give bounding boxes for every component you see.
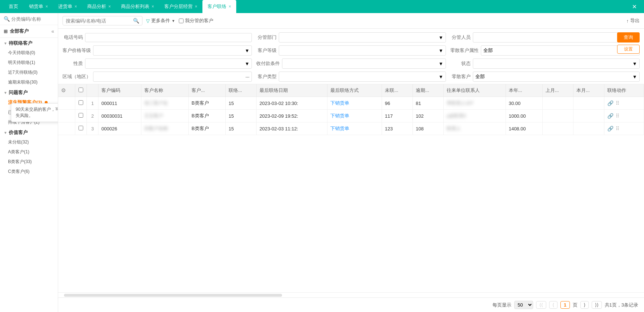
- scatter-attr-select[interactable]: 全部 ▼: [481, 45, 640, 56]
- region-label: 区域（地区）: [63, 73, 91, 80]
- row1-checkbox[interactable]: [79, 100, 83, 105]
- window-close-button[interactable]: ✕: [628, 3, 641, 10]
- sidebar-collapse-icon[interactable]: «: [51, 28, 54, 34]
- row1-action-more-icon[interactable]: ⠿: [616, 100, 619, 106]
- row2-last-way[interactable]: 下销货单: [327, 110, 382, 122]
- row1-last-way-link[interactable]: 下销货单: [330, 100, 349, 106]
- row3-check[interactable]: [75, 122, 87, 135]
- row2-last-way-link[interactable]: 下销货单: [330, 113, 349, 118]
- close-tab-tier-icon[interactable]: ×: [195, 4, 197, 9]
- close-tab-contact-icon[interactable]: ×: [229, 4, 231, 9]
- row1-check[interactable]: [75, 97, 87, 110]
- page-first-btn[interactable]: ⟨⟨: [536, 301, 546, 309]
- row2-check[interactable]: [75, 110, 87, 122]
- col-this-month: 本月...: [573, 84, 604, 97]
- tab-customer-contact[interactable]: 客户联络 ×: [202, 0, 236, 13]
- my-customers-checkbox[interactable]: [179, 19, 184, 23]
- sidebar-item-tomorrow[interactable]: 明天待联络(1): [0, 58, 58, 68]
- sidebar-item-7days[interactable]: 近7天待联络(0): [0, 68, 58, 77]
- page-last-btn[interactable]: ⟩⟩: [592, 301, 602, 309]
- row3-action: 🔗 ⠿: [604, 122, 644, 135]
- filter-bar: 🔍 ▽ 更多条件 ▼ 我分管的客户 ↑ 导出: [58, 13, 644, 29]
- row3-unit-contact: 联系人: [444, 122, 506, 135]
- sidebar-item-class-c[interactable]: C类客户(6): [0, 167, 58, 177]
- payment-select[interactable]: ▼: [282, 58, 446, 69]
- scatter-customer-select[interactable]: 全部 ▼: [473, 72, 640, 82]
- price-grade-select[interactable]: ▼: [93, 45, 252, 56]
- col-this-year: 本年...: [506, 84, 542, 97]
- my-customers-check[interactable]: 我分管的客户: [179, 17, 213, 24]
- sidebar-section-pending[interactable]: ▼ 待联络客户: [0, 38, 58, 48]
- phone-input[interactable]: [85, 33, 252, 42]
- customer-type-label: 客户类型: [256, 73, 277, 80]
- row2-unit-contact: y赵联系3: [444, 110, 506, 122]
- sidebar-item-overdue[interactable]: 逾期未联络(30): [0, 77, 58, 87]
- tab-sales-order[interactable]: 销货单 ×: [24, 0, 53, 13]
- sidebar-section-problem[interactable]: ▼ 问题客户: [0, 87, 58, 97]
- tab-product-analysis-list[interactable]: 商品分析列表 ×: [116, 0, 159, 13]
- manager-select[interactable]: ···: [473, 32, 640, 42]
- row3-action-link-icon[interactable]: 🔗: [607, 126, 613, 131]
- tab-product-analysis[interactable]: 商品分析 ×: [82, 0, 116, 13]
- filter-search-input[interactable]: [66, 18, 133, 24]
- filter-search-icon[interactable]: 🔍: [133, 18, 139, 24]
- table-row: 3 000026 刘客户名称 B类客户 15 2023-02-03 11:12:…: [58, 122, 644, 135]
- nature-select[interactable]: ▼: [85, 58, 252, 69]
- sidebar-section-value[interactable]: ▼ 价值客户: [0, 127, 58, 137]
- sidebar-item-today[interactable]: 今天待联络(0): [0, 48, 58, 58]
- tab-purchase-order[interactable]: 进货单 ×: [53, 0, 82, 13]
- dept-select[interactable]: ▼: [279, 32, 446, 42]
- page-prev-btn[interactable]: ⟨: [549, 301, 558, 309]
- tab-home[interactable]: 首页: [3, 3, 24, 10]
- page-total-label: 页: [573, 302, 577, 308]
- row3-action-more-icon[interactable]: ⠿: [616, 126, 619, 131]
- sidebar-item-class-b[interactable]: B类客户(33): [0, 157, 58, 167]
- row2-this-year: 1000.00: [506, 110, 542, 122]
- per-page-select[interactable]: 50 100 200: [514, 301, 533, 309]
- content-area: 🔍 ▽ 更多条件 ▼ 我分管的客户 ↑ 导出 电话号码: [58, 13, 644, 312]
- customer-grade-select[interactable]: ▼: [279, 45, 446, 56]
- export-button[interactable]: ↑ 导出: [627, 17, 640, 24]
- sidebar-item-ungrouped[interactable]: 未分组(32): [0, 137, 58, 147]
- row2-contact: 15: [226, 110, 257, 122]
- close-tab-analysis-icon[interactable]: ×: [108, 4, 111, 9]
- col-contact: 联络...: [226, 84, 257, 97]
- col-checkbox[interactable]: [75, 84, 87, 97]
- row1-this-year: 30.00: [506, 97, 542, 110]
- horizontal-scrollbar[interactable]: [64, 294, 282, 297]
- close-tab-analysis-list-icon[interactable]: ×: [152, 4, 154, 9]
- row2-action-link-icon[interactable]: 🔗: [607, 113, 613, 119]
- filter-more-btn[interactable]: ▽ 更多条件 ▼: [146, 17, 175, 24]
- payment-label: 收付款条件: [256, 60, 280, 67]
- scatter-customer-chevron-icon: ▼: [632, 74, 637, 80]
- tab-customer-tier[interactable]: 客户分层经营 ×: [159, 0, 202, 13]
- row3-last-way-link[interactable]: 下销货单: [330, 126, 349, 131]
- row3-last-way[interactable]: 下销货单: [327, 122, 382, 135]
- row1-action-link-icon[interactable]: 🔗: [607, 100, 613, 106]
- table-gear-icon[interactable]: ⚙: [61, 87, 66, 93]
- close-tab-sales-icon[interactable]: ×: [45, 4, 48, 9]
- row2-checkbox[interactable]: [79, 113, 83, 118]
- col-last-month: 上月...: [542, 84, 573, 97]
- customer-table: ⚙ 客户编码 客户名称 客户... 联络... 最后联络日期 最后联络方式 未联…: [58, 84, 644, 135]
- region-select[interactable]: ···: [93, 72, 252, 82]
- row2-last-date: 2023-02-09 19:52:: [257, 110, 327, 122]
- status-select[interactable]: ▼: [473, 58, 640, 69]
- query-button[interactable]: 查询: [617, 32, 640, 42]
- sidebar-item-class-a[interactable]: A类客户(1): [0, 147, 58, 157]
- customer-table-container: ⚙ 客户编码 客户名称 客户... 联络... 最后联络日期 最后联络方式 未联…: [58, 84, 644, 292]
- select-all-checkbox[interactable]: [79, 88, 83, 92]
- customer-type-select[interactable]: ▼: [279, 72, 446, 82]
- row3-type: B类客户: [188, 122, 225, 135]
- row2-action-more-icon[interactable]: ⠿: [616, 113, 619, 119]
- row1-last-way[interactable]: 下销货单: [327, 97, 382, 110]
- sidebar-search-input[interactable]: [11, 16, 58, 22]
- col-gear[interactable]: ⚙: [58, 84, 75, 97]
- table-row: 2 00030031 王五客户 B类客户 15 2023-02-09 19:52…: [58, 110, 644, 122]
- sidebar-all-customers[interactable]: ⊞ 全部客户 «: [0, 25, 58, 38]
- row3-gear: [58, 122, 75, 135]
- settings-button[interactable]: 设置: [617, 45, 640, 54]
- row3-checkbox[interactable]: [79, 126, 83, 130]
- close-tab-purchase-icon[interactable]: ×: [75, 4, 77, 9]
- page-next-btn[interactable]: ⟩: [580, 301, 589, 309]
